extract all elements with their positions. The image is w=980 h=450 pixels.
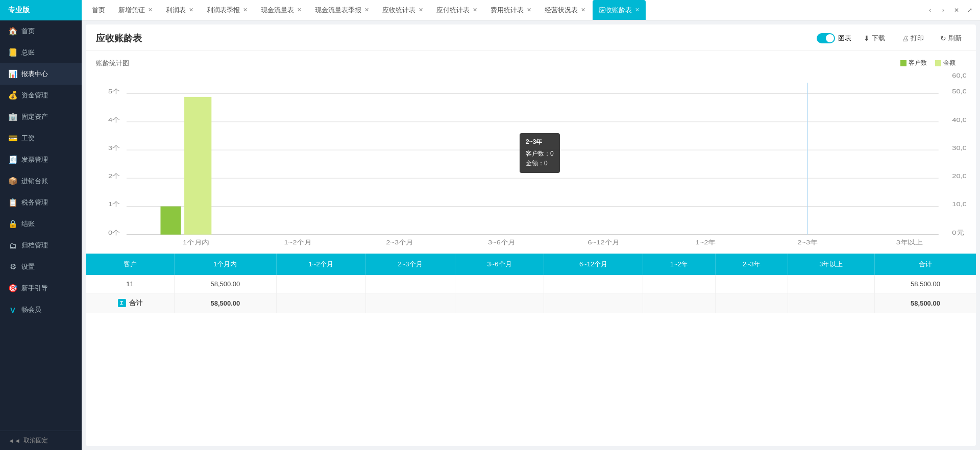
- tab-expense[interactable]: 费用统计表 ✕: [484, 0, 537, 20]
- legend-customer: 客户数: [900, 59, 927, 67]
- svg-text:1个: 1个: [108, 201, 120, 208]
- sidebar-item-guide[interactable]: 🎯 新手引导: [0, 278, 82, 299]
- sidebar-item-archive[interactable]: 🗂 归档管理: [0, 235, 82, 256]
- print-icon: 🖨: [901, 34, 909, 42]
- tab-close-icon[interactable]: ✕: [243, 7, 248, 13]
- tab-ap-stats[interactable]: 应付统计表 ✕: [430, 0, 483, 20]
- tab-ar-aging[interactable]: 应收账龄表 ✕: [593, 0, 646, 20]
- tab-new-voucher[interactable]: 新增凭证 ✕: [112, 0, 159, 20]
- chart-toggle[interactable]: 图表: [817, 33, 851, 43]
- svg-text:0元: 0元: [952, 229, 964, 236]
- total-label-cell: Σ 合计: [86, 293, 175, 313]
- header-actions: 图表 ⬇ 下载 🖨 打印 ↻ 刷新: [817, 32, 966, 45]
- print-button[interactable]: 🖨 打印: [897, 32, 928, 45]
- tab-cashflow[interactable]: 现金流量表 ✕: [255, 0, 308, 20]
- sidebar-item-label: 进销台账: [21, 177, 48, 186]
- tab-close-icon[interactable]: ✕: [364, 7, 369, 13]
- sidebar-item-label: 设置: [21, 262, 35, 271]
- sidebar-item-settings[interactable]: ⚙ 设置: [0, 256, 82, 278]
- sidebar: 专业版 🏠 首页 📒 总账 📊 报表中心 💰 资金管理 🏢 固定资产 💳 工资 …: [0, 0, 82, 450]
- tab-operations[interactable]: 经营状况表 ✕: [538, 0, 592, 20]
- sidebar-item-invoice[interactable]: 🧾 发票管理: [0, 149, 82, 170]
- invoice-icon: 🧾: [8, 155, 17, 164]
- sidebar-item-label: 归档管理: [21, 241, 48, 250]
- purchase-icon: 📦: [8, 177, 17, 186]
- tab-maximize-btn[interactable]: ⤢: [964, 4, 976, 16]
- tab-label: 利润表: [166, 6, 186, 15]
- download-icon: ⬇: [864, 34, 870, 42]
- tab-cashflow-quarterly[interactable]: 现金流量表季报 ✕: [309, 0, 375, 20]
- refresh-button[interactable]: ↻ 刷新: [936, 32, 966, 45]
- cell-3-6month: [455, 275, 544, 293]
- refresh-label: 刷新: [948, 34, 962, 43]
- tab-label: 应收账龄表: [599, 6, 632, 15]
- sidebar-item-tax[interactable]: 📋 税务管理: [0, 192, 82, 213]
- total-1-2month: [276, 293, 365, 313]
- tab-close-icon[interactable]: ✕: [419, 7, 423, 13]
- svg-text:60,000.00元: 60,000.00元: [952, 72, 966, 79]
- tab-label: 利润表季报: [207, 6, 240, 15]
- svg-text:4个: 4个: [108, 116, 120, 123]
- sidebar-item-close[interactable]: 🔒 结账: [0, 213, 82, 235]
- sidebar-item-label: 总账: [21, 48, 35, 57]
- tab-scroll-right-btn[interactable]: ›: [937, 4, 949, 16]
- tab-close-icon[interactable]: ✕: [189, 7, 193, 13]
- svg-text:2个: 2个: [108, 173, 120, 180]
- pin-icon: ◄◄: [8, 437, 20, 444]
- tab-close-icon[interactable]: ✕: [581, 7, 585, 13]
- tab-scroll-left-btn[interactable]: ‹: [924, 4, 936, 16]
- sidebar-item-fund[interactable]: 💰 资金管理: [0, 85, 82, 106]
- tab-close-icon[interactable]: ✕: [473, 7, 477, 13]
- svg-text:2~3年: 2~3年: [797, 239, 817, 245]
- sidebar-item-purchase[interactable]: 📦 进销台账: [0, 170, 82, 192]
- tab-profit-quarterly[interactable]: 利润表季报 ✕: [201, 0, 254, 20]
- tab-close-icon[interactable]: ✕: [635, 7, 640, 13]
- sidebar-item-report[interactable]: 📊 报表中心: [0, 63, 82, 85]
- ar-aging-table: 客户 1个月内 1~2个月 2~3个月 3~6个月 6~12个月 1~2年 2~…: [86, 254, 976, 313]
- sidebar-item-home[interactable]: 🏠 首页: [0, 20, 82, 42]
- download-label: 下载: [872, 34, 885, 43]
- tab-close-icon[interactable]: ✕: [527, 7, 531, 13]
- asset-icon: 🏢: [8, 112, 17, 121]
- svg-text:3个: 3个: [108, 144, 120, 151]
- tab-home[interactable]: 首页: [86, 0, 111, 20]
- toggle-button[interactable]: [817, 33, 835, 43]
- tab-close-icon[interactable]: ✕: [297, 7, 302, 13]
- svg-text:40,000.00元: 40,000.00元: [952, 116, 966, 123]
- legend-amount-color: [935, 60, 941, 66]
- download-button[interactable]: ⬇ 下载: [860, 32, 889, 45]
- sidebar-item-label: 工资: [21, 134, 35, 143]
- sidebar-item-salary[interactable]: 💳 工资: [0, 128, 82, 149]
- sidebar-bottom-label: 取消固定: [23, 436, 48, 445]
- tab-label: 应收统计表: [382, 6, 415, 15]
- tab-label: 新增凭证: [118, 6, 145, 15]
- sidebar-item-ledger[interactable]: 📒 总账: [0, 42, 82, 63]
- svg-text:5个: 5个: [108, 88, 120, 95]
- sidebar-item-vip[interactable]: V 畅会员: [0, 299, 82, 320]
- col-2-3month: 2~3个月: [365, 254, 455, 275]
- fund-icon: 💰: [8, 91, 17, 100]
- sidebar-item-label: 畅会员: [21, 305, 41, 314]
- legend-customer-label: 客户数: [909, 59, 927, 67]
- sidebar-pin-toggle[interactable]: ◄◄ 取消固定: [0, 431, 82, 450]
- sidebar-item-label: 新手引导: [21, 284, 48, 293]
- total-2-3month: [365, 293, 455, 313]
- cell-1month: 58,500.00: [175, 275, 277, 293]
- sidebar-item-asset[interactable]: 🏢 固定资产: [0, 106, 82, 128]
- sidebar-item-label: 税务管理: [21, 198, 48, 207]
- total-6-12month: [544, 293, 643, 313]
- legend-amount-label: 金额: [943, 59, 955, 67]
- cell-1-2month: [276, 275, 365, 293]
- tab-label: 现金流量表: [261, 6, 294, 15]
- tab-label: 经营状况表: [545, 6, 578, 15]
- sidebar-logo: 专业版: [0, 0, 82, 20]
- tab-close-icon[interactable]: ✕: [148, 7, 153, 13]
- tab-close-all-btn[interactable]: ✕: [950, 4, 963, 16]
- tab-ar-stats[interactable]: 应收统计表 ✕: [376, 0, 429, 20]
- legend-customer-color: [900, 60, 906, 66]
- report-icon: 📊: [8, 69, 17, 79]
- sidebar-item-label: 固定资产: [21, 112, 48, 121]
- total-3-6month: [455, 293, 544, 313]
- tab-profit[interactable]: 利润表 ✕: [160, 0, 200, 20]
- tax-icon: 📋: [8, 198, 17, 207]
